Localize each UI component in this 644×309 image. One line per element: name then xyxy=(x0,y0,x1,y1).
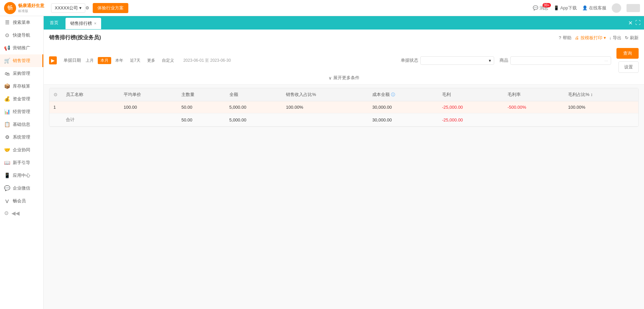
date-tab-custom[interactable]: 自定义 xyxy=(159,57,177,64)
sidebar-item-system[interactable]: ⚙ 系统管理 xyxy=(0,131,43,144)
collapse-icon[interactable]: ◀◀ xyxy=(11,210,19,216)
gross-sort-icon: ↕ xyxy=(591,92,593,97)
sidebar-icon-guide: 📖 xyxy=(4,160,10,166)
sidebar-item-search-order[interactable]: ☰ 搜索菜单 xyxy=(0,16,43,29)
query-button[interactable]: 查询 xyxy=(616,48,639,59)
filter-area: ▶ 单据日期 上月 本月 本年 近7天 更多 自定义 xyxy=(44,45,644,85)
date-tab-this-month[interactable]: 本月 xyxy=(98,57,111,64)
sidebar-item-quick-nav[interactable]: ⊙ 快捷导航 xyxy=(0,29,43,42)
tab-home[interactable]: 首页 xyxy=(44,16,65,30)
date-range-text: 2023-06-01 至 2023-06-30 xyxy=(183,58,231,63)
sidebar-label-system: 系统管理 xyxy=(13,134,30,140)
status-label: 单据状态 xyxy=(401,57,418,63)
sidebar-label-vip: 畅会员 xyxy=(13,198,26,204)
logo-area: 畅 畅康通好生意 标准版 xyxy=(4,2,48,14)
trial-button[interactable]: 体验行业方案 xyxy=(93,3,128,13)
template-print-button[interactable]: 🖨 按模板打印 ▾ xyxy=(575,35,606,41)
sidebar-icon-app-center: 📱 xyxy=(4,172,10,178)
sidebar-item-basic-info[interactable]: 📋 基础信息 xyxy=(0,118,43,131)
tab-close-window-icon[interactable]: ✕ xyxy=(628,20,633,26)
message-badge: 99+ xyxy=(543,3,551,7)
sidebar: ☰ 搜索菜单 ⊙ 快捷导航 📢 营销推广 🛒 销售管理 🛍 采购管理 📦 库存核… xyxy=(0,16,44,309)
th-settings[interactable]: ⚙ xyxy=(49,88,62,101)
status-select[interactable]: ▾ xyxy=(420,56,494,65)
tab-restore-icon[interactable]: ⛶ xyxy=(635,20,641,26)
date-filter: 单据日期 上月 本月 本年 近7天 更多 自定义 xyxy=(63,57,177,64)
cell-gross-rate: -500.00% xyxy=(504,101,564,113)
data-table-container: ⚙ 员工名称 平均单价 主数量 全额 销售收入占比% 成本全额 ⓘ 毛利 毛利率… xyxy=(49,88,639,127)
th-main-qty: 主数量 xyxy=(177,88,225,101)
help-icon: ? xyxy=(559,35,561,40)
print-dropdown-icon: ▾ xyxy=(604,35,606,40)
header-actions: ? 帮助 🖨 按模板打印 ▾ ↓ 导出 ↻ xyxy=(559,35,639,41)
cell-name xyxy=(62,101,120,113)
sidebar-item-operations[interactable]: 📊 经营管理 xyxy=(0,105,43,118)
filter-collapse-btn[interactable]: ▶ xyxy=(49,56,57,64)
sidebar-item-vip[interactable]: V 畅会员 xyxy=(0,195,43,207)
sidebar-icon-operations: 📊 xyxy=(4,109,10,115)
total-main-qty: 50.00 xyxy=(177,113,225,126)
sidebar-item-inventory[interactable]: 📦 库存核算 xyxy=(0,80,43,93)
filter-row: ▶ 单据日期 上月 本月 本年 近7天 更多 自定义 xyxy=(49,48,639,73)
sidebar-item-guide[interactable]: 📖 新手引导 xyxy=(0,156,43,169)
online-service-label: 在线客服 xyxy=(589,5,606,11)
sidebar-item-purchase[interactable]: 🛍 采购管理 xyxy=(0,67,43,80)
date-tab-last-month[interactable]: 上月 xyxy=(83,57,96,64)
online-service-button[interactable]: 👤 在线客服 xyxy=(582,5,606,11)
cost-info-icon: ⓘ xyxy=(391,92,395,97)
goods-label: 商品 xyxy=(500,57,508,63)
message-icon: 💬 xyxy=(533,5,538,10)
settings-button[interactable]: 设置 xyxy=(618,61,639,73)
company-selector[interactable]: XXXXX公司 ▾ xyxy=(51,3,85,13)
date-tab-more[interactable]: 更多 xyxy=(144,57,158,64)
page-content: 销售排行榜(按业务员) ? 帮助 🖨 按模板打印 ▾ ↓ xyxy=(44,30,644,309)
settings-icon[interactable]: ⚙ xyxy=(85,5,89,10)
sidebar-label-guide: 新手引导 xyxy=(13,160,30,166)
message-button[interactable]: 💬 消息 99+ xyxy=(533,5,548,11)
sidebar-label-marketing: 营销推广 xyxy=(13,45,30,51)
data-table: ⚙ 员工名称 平均单价 主数量 全额 销售收入占比% 成本全额 ⓘ 毛利 毛利率… xyxy=(49,88,638,126)
sidebar-label-enterprise: 企业协同 xyxy=(13,147,30,153)
total-sales-ratio xyxy=(282,113,368,126)
logo-icon: 畅 xyxy=(4,2,16,14)
export-button[interactable]: ↓ 导出 xyxy=(609,35,622,41)
sidebar-item-finance[interactable]: 💰 资金管理 xyxy=(0,93,43,105)
tab-bar: 首页 销售排行榜 × ✕ ⛶ xyxy=(44,16,644,30)
sidebar-icon-vip: V xyxy=(4,198,10,204)
goods-select[interactable]: ··· xyxy=(510,56,611,65)
help-button[interactable]: ? 帮助 xyxy=(559,35,571,41)
sidebar-item-sales[interactable]: 🛒 销售管理 xyxy=(0,54,43,67)
dropdown-icon: ▾ xyxy=(79,5,82,10)
expand-more-btn[interactable]: ∨ 展开更多条件 xyxy=(49,75,639,81)
sidebar-icon-search-order: ☰ xyxy=(4,19,10,25)
sidebar-item-marketing[interactable]: 📢 营销推广 xyxy=(0,42,43,54)
sidebar-icon-purchase: 🛍 xyxy=(4,70,10,76)
th-cost-amount: 成本全额 ⓘ xyxy=(368,88,438,101)
sidebar-icon-finance: 💰 xyxy=(4,96,10,102)
refresh-button[interactable]: ↻ 刷新 xyxy=(625,35,639,41)
print-icon: 🖨 xyxy=(575,35,579,40)
sidebar-icon-quick-nav: ⊙ xyxy=(4,32,10,38)
user-name xyxy=(627,4,640,12)
sidebar-item-app-center[interactable]: 📱 应用中心 xyxy=(0,169,43,182)
gear-footer-icon[interactable]: ⚙ xyxy=(4,210,9,216)
app-title: 畅康通好生意 xyxy=(18,3,44,9)
app-download-label: App下载 xyxy=(560,5,577,11)
sidebar-item-enterprise[interactable]: 🤝 企业协同 xyxy=(0,144,43,156)
th-gross-rate: 毛利率 xyxy=(504,88,564,101)
date-tab-this-year[interactable]: 本年 xyxy=(113,57,126,64)
sidebar-item-enterprise-wx[interactable]: 💬 企业微信 xyxy=(0,182,43,195)
sidebar-icon-enterprise-wx: 💬 xyxy=(4,185,10,191)
th-gross-profit: 毛利 xyxy=(438,88,504,101)
filter-expand-icon[interactable]: ▶ xyxy=(49,56,57,64)
app-download-button[interactable]: 📱 App下载 xyxy=(554,5,577,11)
total-avg-price xyxy=(120,113,177,126)
tab-sales-ranking[interactable]: 销售排行榜 × xyxy=(66,18,101,29)
tab-close-icon[interactable]: × xyxy=(94,21,96,26)
sidebar-icon-enterprise: 🤝 xyxy=(4,147,10,153)
total-gross-profit: -25,000.00 xyxy=(438,113,504,126)
sidebar-label-purchase: 采购管理 xyxy=(13,70,30,76)
avatar[interactable] xyxy=(612,3,621,13)
date-tab-7days[interactable]: 近7天 xyxy=(127,57,143,64)
total-amount: 5,000.00 xyxy=(225,113,282,126)
